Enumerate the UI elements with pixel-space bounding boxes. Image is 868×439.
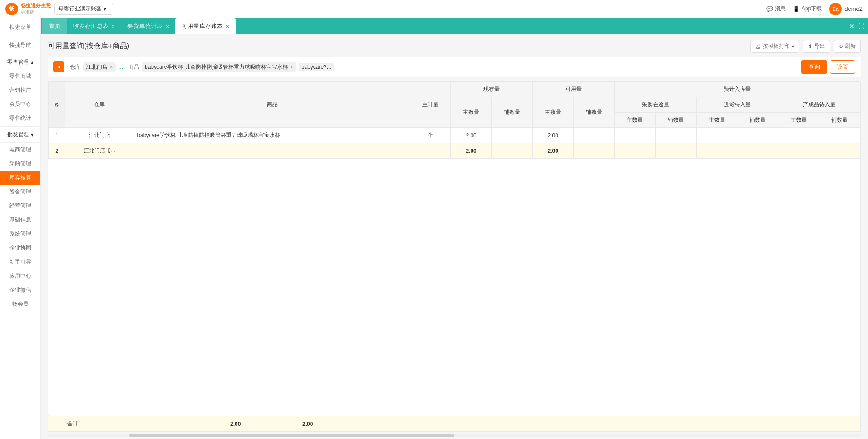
th-incoming-aux: 辅数量 [737, 113, 778, 128]
sidebar-search-section: 搜索菜单 [0, 18, 40, 37]
query-button[interactable]: 查询 [801, 60, 827, 74]
top-bar-left: 畅 畅捷通好生意 标准版 母婴行业演示账套 ▾ [5, 2, 113, 15]
tab-home[interactable]: 首页 [42, 18, 67, 34]
export-button[interactable]: ⬆ 导出 [803, 40, 830, 53]
warehouse-tag-close[interactable]: ✕ [109, 65, 113, 70]
filter-expand-button[interactable]: » [53, 61, 64, 72]
th-avail-main: 主数量 [533, 97, 574, 128]
th-purchase-aux: 辅数量 [656, 113, 697, 128]
th-purchase-main: 主数量 [614, 113, 656, 128]
tab-close-orders[interactable]: ✕ [165, 24, 169, 29]
th-stock-aux: 辅数量 [491, 97, 533, 128]
tab-inventory[interactable]: 可用量库存账本 ✕ [175, 18, 236, 34]
content-area: 可用量查询(按仓库+商品) 🖨 按模板打印 ▾ ⬆ 导出 ↻ 刷新 [41, 34, 868, 439]
product-tag-1-close[interactable]: ✕ [290, 65, 293, 70]
app-download-button[interactable]: 📱 App下载 [793, 5, 822, 13]
sidebar-item-system[interactable]: 系统管理 [0, 227, 40, 241]
product-tag-2: babycare?... [299, 63, 334, 71]
sidebar-item-inventory[interactable]: 库存核算 [0, 171, 40, 185]
tab-close-inventory[interactable]: ✕ [226, 24, 229, 29]
sidebar-item-appcenter[interactable]: 应用中心 [0, 269, 40, 283]
inventory-table: ⚙ 仓库 商品 主计量 现存量 可用量 预计入库量 主数量 辅数量 [48, 81, 860, 159]
sidebar-item-wechat[interactable]: 企业微信 [0, 283, 40, 297]
page-actions: 🖨 按模板打印 ▾ ⬆ 导出 ↻ 刷新 [750, 40, 861, 53]
main-layout: 搜索菜单 快捷导航 零售管理 ▴ 零售商城 营销推广 会员中心 零售统计 批发管… [0, 18, 868, 439]
th-production-main: 主数量 [778, 113, 819, 128]
sidebar-section-wholesale: 批发管理 ▾ [0, 127, 40, 143]
sidebar-item-operations[interactable]: 经营管理 [0, 199, 40, 213]
warehouse-more-button[interactable]: ... [118, 64, 123, 70]
th-product: 商品 [134, 82, 410, 128]
maximize-icon[interactable]: ⛶ [858, 23, 864, 30]
th-settings[interactable]: ⚙ [49, 82, 65, 128]
th-planned-in: 预计入库量 [614, 82, 860, 97]
sidebar-item-purchase[interactable]: 采购管理 [0, 157, 40, 171]
avatar: Ea [829, 3, 842, 15]
product-tag-1: babycare学饮杯 儿童防摔防撞吸管杯重力球吸嘴杯宝宝水杯 ✕ [142, 62, 296, 72]
message-icon: 💬 [766, 6, 773, 12]
sidebar-item-basic-info[interactable]: 基础信息 [0, 213, 40, 227]
sidebar-section-title-wholesale[interactable]: 批发管理 ▾ [0, 127, 40, 142]
sidebar-section-retail: 零售管理 ▴ 零售商城 营销推广 会员中心 零售统计 [0, 54, 40, 127]
th-incoming-main: 主数量 [696, 113, 737, 128]
tab-bar: 首页 收发存汇总表 ✕ 要货单统计表 ✕ 可用量库存账本 ✕ ✕ ⛶ [41, 18, 868, 34]
th-current-stock: 现存量 [451, 82, 533, 97]
brand-icon: 畅 [5, 3, 18, 15]
page-title: 可用量查询(按仓库+商品) [48, 42, 129, 51]
th-production: 产成品待入量 [778, 97, 860, 113]
th-warehouse: 仓库 [65, 82, 134, 128]
quick-nav-button[interactable]: 快捷导航 [0, 39, 40, 52]
print-icon: 🖨 [755, 43, 761, 50]
sidebar-section-title-retail[interactable]: 零售管理 ▴ [0, 55, 40, 69]
table-wrapper: ⚙ 仓库 商品 主计量 现存量 可用量 预计入库量 主数量 辅数量 [48, 81, 861, 416]
main-content: 首页 收发存汇总表 ✕ 要货单统计表 ✕ 可用量库存账本 ✕ ✕ ⛶ [41, 18, 868, 439]
table-row-subtotal: 2 江北门店【... 2.00 2.00 [49, 143, 860, 159]
sidebar-item-marketing[interactable]: 营销推广 [0, 83, 40, 97]
close-window-icon[interactable]: ✕ [849, 23, 854, 30]
sidebar-item-retail-shop[interactable]: 零售商城 [0, 69, 40, 83]
sidebar-item-collab[interactable]: 企业协同 [0, 241, 40, 255]
setting-button[interactable]: 设置 [830, 60, 855, 74]
page-header: 可用量查询(按仓库+商品) 🖨 按模板打印 ▾ ⬆ 导出 ↻ 刷新 [41, 34, 868, 57]
table-footer: 合计 2.00 2.00 [48, 416, 861, 432]
sidebar-item-retail-stats[interactable]: 零售统计 [0, 111, 40, 125]
tab-receipts[interactable]: 收发存汇总表 ✕ [67, 18, 121, 34]
quick-nav-section: 快捷导航 [0, 37, 40, 54]
refresh-icon: ↻ [839, 43, 843, 50]
message-button[interactable]: 💬 消息 [766, 5, 786, 13]
th-purchase: 采购在途量 [614, 97, 696, 113]
warehouse-filter: 仓库 江北门店 ✕ ... [70, 62, 123, 72]
account-dropdown[interactable]: 母婴行业演示账套 ▾ [54, 3, 113, 15]
tab-close-receipts[interactable]: ✕ [111, 24, 115, 29]
refresh-button[interactable]: ↻ 刷新 [834, 40, 861, 53]
export-icon: ⬆ [808, 43, 812, 50]
table-row: 1 江北门店 babycare学饮杯 儿童防摔防撞吸管杯重力球吸嘴杯宝宝水杯 个… [49, 128, 860, 143]
top-bar: 畅 畅捷通好生意 标准版 母婴行业演示账套 ▾ 💬 消息 📱 App下载 Ea … [0, 0, 868, 18]
user-area[interactable]: Ea demo2 [829, 3, 863, 15]
scrollbar-thumb[interactable] [129, 434, 454, 437]
sidebar-item-finance[interactable]: 资金管理 [0, 185, 40, 199]
chevron-down-icon: ▾ [104, 6, 106, 12]
search-menu-button[interactable]: 搜索菜单 [4, 22, 37, 33]
th-stock-main: 主数量 [451, 97, 492, 128]
warehouse-tag: 江北门店 ✕ [83, 62, 116, 72]
sidebar-item-ecommerce[interactable]: 电商管理 [0, 143, 40, 157]
print-button[interactable]: 🖨 按模板打印 ▾ [750, 40, 799, 53]
gear-icon[interactable]: ⚙ [54, 102, 59, 108]
horizontal-scrollbar[interactable] [48, 434, 861, 437]
th-available: 可用量 [533, 82, 614, 97]
phone-icon: 📱 [793, 6, 800, 12]
brand-text: 畅捷通好生意 标准版 [21, 2, 51, 15]
sidebar-item-member[interactable]: 畅会员 [0, 297, 40, 311]
sidebar-item-members[interactable]: 会员中心 [0, 97, 40, 111]
sidebar: 搜索菜单 快捷导航 零售管理 ▴ 零售商城 营销推广 会员中心 零售统计 批发管… [0, 18, 41, 439]
brand-logo: 畅 畅捷通好生意 标准版 [5, 2, 51, 15]
tab-bar-actions: ✕ ⛶ [849, 23, 868, 30]
tab-orders[interactable]: 要货单统计表 ✕ [121, 18, 175, 34]
chevron-down-icon: ▾ [31, 132, 33, 138]
chevron-down-icon: ▾ [792, 43, 794, 50]
filter-actions: 查询 设置 [801, 60, 855, 74]
th-incoming: 进货待入量 [696, 97, 778, 113]
sidebar-item-newbie[interactable]: 新手引导 [0, 255, 40, 269]
th-avail-aux: 辅数量 [574, 97, 615, 128]
